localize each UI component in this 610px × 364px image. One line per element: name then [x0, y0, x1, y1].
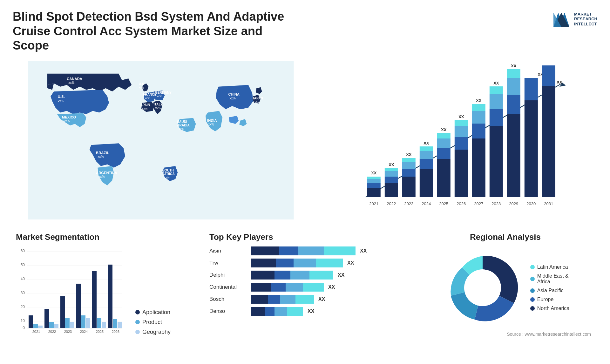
north-america-label: North America [537, 306, 569, 311]
spain-label: SPAIN [140, 103, 150, 107]
brand-logo-icon [552, 10, 571, 29]
seg-legend: Application Product Geography [135, 309, 171, 335]
svg-rect-112 [70, 322, 74, 328]
svg-text:2021: 2021 [32, 330, 40, 334]
donut-chart-svg [441, 246, 524, 329]
header: Blind Spot Detection Bsd System And Adap… [13, 10, 597, 53]
player-bar-trw: XX [251, 259, 401, 267]
italy-label: ITALY [154, 103, 163, 106]
svg-rect-115 [81, 315, 85, 328]
svg-point-126 [464, 269, 501, 306]
svg-text:XX: XX [406, 152, 412, 157]
page-title: Blind Spot Detection Bsd System And Adap… [13, 10, 299, 53]
svg-text:XX: XX [441, 127, 447, 132]
svg-rect-69 [490, 94, 503, 109]
svg-text:2024: 2024 [422, 201, 431, 206]
svg-text:xx%: xx% [155, 106, 161, 110]
svg-text:XX: XX [371, 171, 377, 175]
legend-europe: Europe [530, 297, 569, 302]
player-xx-aisin: XX [360, 248, 367, 254]
player-bar-delphi: XX [251, 271, 401, 280]
segmentation-section: Market Segmentation 60 50 40 30 20 10 0 [13, 229, 197, 347]
application-label: Application [142, 309, 170, 316]
argentina-label: ARGENTINA [96, 171, 117, 175]
source-text: Source : www.marketresearchintellect.com [417, 332, 594, 337]
svg-rect-55 [455, 150, 468, 197]
svg-text:XX: XX [476, 98, 482, 103]
player-row-trw: Trw XX [209, 259, 401, 267]
svg-rect-27 [367, 179, 381, 183]
svg-text:40: 40 [21, 277, 25, 281]
svg-rect-46 [420, 146, 433, 151]
svg-rect-120 [102, 322, 106, 328]
svg-text:XX: XX [494, 81, 499, 85]
svg-text:XX: XX [557, 80, 563, 84]
svg-text:50: 50 [21, 263, 25, 267]
svg-text:xx%: xx% [157, 95, 162, 98]
regional-container: Latin America Middle East &Africa Asia P… [417, 246, 594, 329]
player-name-delphi: Delphi [209, 272, 247, 278]
apac-label: Asia Pacific [537, 288, 564, 293]
svg-rect-111 [65, 318, 70, 328]
svg-text:ARABIA: ARABIA [177, 124, 190, 127]
logo-box: MARKET RESEARCH INTELLECT [552, 10, 597, 29]
svg-text:xx%: xx% [58, 99, 64, 103]
south-africa-label: SOUTH [162, 169, 174, 172]
svg-rect-83 [542, 86, 555, 197]
svg-rect-74 [507, 95, 520, 114]
svg-text:XX: XX [389, 162, 395, 167]
svg-rect-57 [455, 126, 468, 137]
player-bar-continental: XX [251, 283, 401, 292]
logo-text: MARKET RESEARCH INTELLECT [574, 12, 597, 27]
india-label: INDIA [207, 118, 217, 122]
germany-label: GERMANY [155, 91, 172, 94]
product-label: Product [142, 319, 162, 326]
legend-product: Product [135, 319, 171, 326]
svg-rect-102 [29, 315, 33, 328]
segmentation-title: Market Segmentation [16, 232, 193, 242]
svg-rect-63 [472, 111, 485, 124]
key-players-section: Top Key Players Aisin XX [206, 229, 404, 347]
main-bar-chart-svg: 2021 XX 2022 XX 2023 XX [325, 64, 594, 216]
player-row-delphi: Delphi XX [209, 271, 401, 280]
svg-rect-50 [437, 148, 451, 159]
svg-rect-108 [54, 324, 58, 328]
svg-text:2028: 2028 [492, 201, 501, 206]
us-label: U.S. [58, 95, 65, 98]
legend-asia-pacific: Asia Pacific [530, 288, 569, 293]
svg-rect-32 [385, 177, 398, 183]
logo-line1: MARKET [574, 12, 597, 17]
japan-label: JAPAN [252, 97, 263, 100]
svg-text:xx%: xx% [253, 100, 259, 104]
svg-rect-75 [507, 78, 520, 95]
latin-america-label: Latin America [537, 264, 568, 270]
legend-middle-east-africa: Middle East &Africa [530, 273, 569, 285]
svg-text:xx%: xx% [230, 97, 236, 100]
world-map-svg: CANADA xx% U.S. xx% MEXICO xx% BRAZIL xx… [13, 61, 309, 219]
svg-rect-70 [490, 86, 503, 94]
svg-rect-40 [402, 158, 416, 162]
top-row: CANADA xx% U.S. xx% MEXICO xx% BRAZIL xx… [13, 61, 597, 219]
france-label: FRANCE [143, 93, 157, 96]
svg-text:30: 30 [21, 291, 25, 295]
svg-rect-67 [490, 126, 503, 197]
regional-legend: Latin America Middle East &Africa Asia P… [530, 264, 569, 311]
svg-text:xx%: xx% [145, 97, 150, 100]
legend-latin-america: Latin America [530, 264, 569, 270]
legend-application: Application [135, 309, 171, 316]
svg-text:2024: 2024 [80, 330, 88, 334]
svg-rect-104 [38, 326, 43, 328]
svg-text:2022: 2022 [48, 330, 56, 334]
svg-text:XX: XX [424, 141, 430, 145]
logo-area: MARKET RESEARCH INTELLECT [552, 10, 597, 29]
key-players-title: Top Key Players [209, 232, 401, 242]
player-bar-bosch: XX [251, 295, 401, 304]
svg-text:10: 10 [21, 319, 25, 323]
svg-text:xx%: xx% [142, 107, 147, 110]
svg-rect-52 [437, 133, 451, 138]
svg-rect-123 [113, 319, 117, 328]
svg-text:2030: 2030 [527, 201, 536, 206]
svg-text:XX: XX [459, 114, 464, 119]
svg-text:2026: 2026 [112, 330, 119, 334]
logo-line3: INTELLECT [574, 22, 597, 27]
